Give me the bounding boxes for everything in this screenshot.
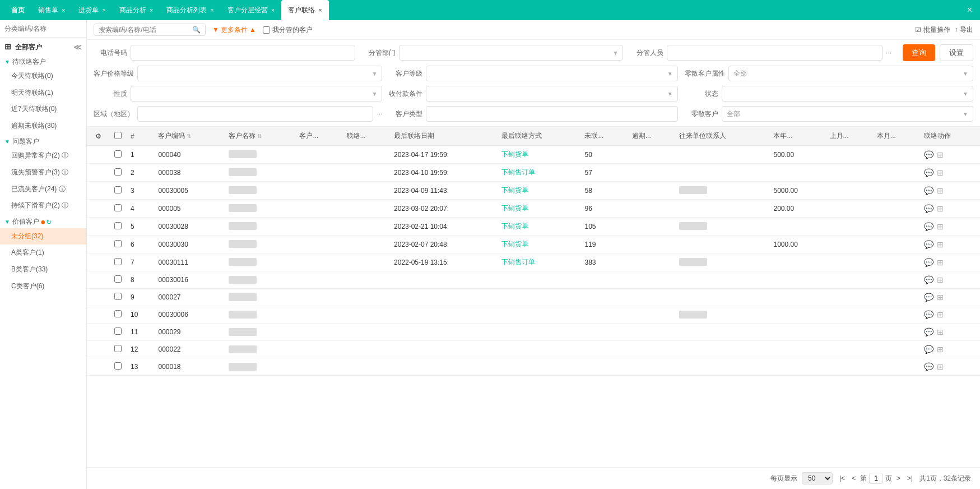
close-all-button[interactable]: × [964, 5, 976, 15]
tab-home[interactable]: 首页 [4, 0, 31, 20]
sidebar-item-ungrouped[interactable]: 未分组(32) [0, 228, 86, 245]
chat-icon[interactable]: 💬 [924, 362, 933, 371]
row-last-method-link[interactable]: 下销货单 [501, 150, 528, 158]
sidebar-item-7days[interactable]: 近7天待联络(0) [0, 101, 86, 118]
area-select[interactable] [137, 106, 373, 122]
grid-action-icon[interactable]: ⊞ [937, 362, 944, 371]
grid-action-icon[interactable]: ⊞ [937, 345, 944, 354]
select-all-checkbox[interactable] [114, 132, 122, 139]
chat-icon[interactable]: 💬 [924, 204, 933, 213]
per-page-select[interactable]: 50 20 100 [802, 472, 833, 485]
grid-action-icon[interactable]: ⊞ [937, 275, 944, 284]
more-conditions-button[interactable]: ▼ 更多条件 ▲ [212, 25, 256, 35]
my-customers-checkbox[interactable] [263, 26, 270, 34]
query-button[interactable]: 查询 [903, 44, 935, 61]
sidebar-all-customers[interactable]: ⊞ 全部客户 ≪ [0, 38, 86, 54]
tab-purchase-order[interactable]: 进货单 × [72, 0, 112, 20]
refresh-dot[interactable]: ● [40, 217, 46, 227]
manager-dots[interactable]: ··· [886, 49, 891, 57]
gender-select[interactable]: ▼ [131, 86, 382, 102]
customer-level-select[interactable]: ▼ [426, 66, 677, 81]
chat-icon[interactable]: 💬 [924, 258, 933, 267]
row-checkbox[interactable] [114, 293, 122, 300]
sidebar-search-input[interactable] [4, 25, 87, 33]
row-last-method-link[interactable]: 下销货单 [501, 204, 528, 212]
chat-icon[interactable]: 💬 [924, 345, 933, 354]
row-checkbox[interactable] [114, 150, 122, 158]
row-last-method-link[interactable]: 下销售订单 [501, 258, 535, 266]
grid-action-icon[interactable]: ⊞ [937, 240, 944, 249]
row-checkbox[interactable] [114, 204, 122, 211]
row-last-method-link[interactable]: 下销货单 [501, 222, 528, 230]
chat-icon[interactable]: 💬 [924, 293, 933, 302]
tab-product-analysis-close[interactable]: × [150, 7, 153, 13]
tab-product-analysis[interactable]: 商品分析 × [113, 0, 160, 20]
chat-icon[interactable]: 💬 [924, 222, 933, 231]
chat-icon[interactable]: 💬 [924, 150, 933, 159]
tab-sales-order-close[interactable]: × [62, 7, 65, 13]
th-check[interactable] [109, 127, 126, 146]
status-select[interactable]: ▼ [722, 86, 973, 102]
payment-select[interactable]: ▼ [426, 86, 677, 102]
sidebar-item-class-c[interactable]: C类客户(6) [0, 278, 86, 295]
tab-product-analysis-list-close[interactable]: × [210, 7, 213, 13]
grid-action-icon[interactable]: ⊞ [937, 150, 944, 159]
grid-action-icon[interactable]: ⊞ [937, 310, 944, 319]
row-checkbox[interactable] [114, 275, 122, 283]
row-checkbox[interactable] [114, 327, 122, 335]
prev-page-button[interactable]: < [849, 473, 858, 483]
th-settings[interactable]: ⚙ [87, 127, 109, 146]
export-button[interactable]: ↑ 导出 [955, 25, 973, 35]
first-page-button[interactable]: |< [837, 473, 847, 483]
sidebar-item-class-a[interactable]: A类客户(1) [0, 245, 86, 261]
row-last-method-link[interactable]: 下销货单 [501, 186, 528, 194]
sidebar-item-today[interactable]: 今天待联络(0) [0, 68, 86, 85]
last-page-button[interactable]: >| [905, 473, 915, 483]
search-submit-icon[interactable]: 🔍 [192, 26, 201, 34]
refresh-icon[interactable]: ↻ [46, 218, 52, 226]
tab-customer-tier[interactable]: 客户分层经营 × [221, 0, 281, 20]
tab-sales-order[interactable]: 销售单 × [31, 0, 72, 20]
chat-icon[interactable]: 💬 [924, 310, 933, 319]
row-checkbox[interactable] [114, 222, 122, 229]
grid-action-icon[interactable]: ⊞ [937, 327, 944, 336]
sidebar-item-overdue[interactable]: 逾期未联络(30) [0, 118, 86, 135]
reset-button[interactable]: 设置 [940, 44, 973, 61]
zero-attr-select[interactable]: 全部 ▼ [728, 66, 973, 81]
grid-action-icon[interactable]: ⊞ [937, 293, 944, 302]
row-checkbox[interactable] [114, 345, 122, 352]
chat-icon[interactable]: 💬 [924, 240, 933, 249]
grid-action-icon[interactable]: ⊞ [937, 258, 944, 267]
area-dots[interactable]: ··· [377, 110, 382, 118]
grid-action-icon[interactable]: ⊞ [937, 168, 944, 177]
tab-customer-contact[interactable]: 客户联络 × [281, 0, 328, 20]
row-checkbox[interactable] [114, 168, 122, 176]
tab-product-analysis-list[interactable]: 商品分析列表 × [160, 0, 220, 20]
tab-customer-contact-close[interactable]: × [318, 7, 322, 13]
zero-customer-select[interactable]: 全部 ▼ [722, 106, 973, 122]
row-last-method-link[interactable]: 下销货单 [501, 240, 528, 248]
tab-customer-tier-close[interactable]: × [271, 7, 275, 13]
settings-gear-icon[interactable]: ⚙ [95, 132, 101, 140]
sidebar-item-repurchase-abnormal[interactable]: 回购异常客户(2) ⓘ [0, 147, 86, 164]
sidebar-item-churned[interactable]: 已流失客户(24) ⓘ [0, 181, 86, 198]
tab-purchase-order-close[interactable]: × [102, 7, 105, 13]
sidebar-item-tomorrow[interactable]: 明天待联络(1) [0, 85, 86, 102]
chat-icon[interactable]: 💬 [924, 327, 933, 336]
collapse-sidebar-icon[interactable]: ≪ [73, 43, 82, 52]
sidebar-item-class-b[interactable]: B类客户(33) [0, 261, 86, 278]
batch-ops-button[interactable]: ☑ 批量操作 [915, 25, 950, 35]
chat-icon[interactable]: 💬 [924, 275, 933, 284]
chat-icon[interactable]: 💬 [924, 168, 933, 177]
row-checkbox[interactable] [114, 362, 122, 370]
phone-input[interactable] [131, 45, 355, 61]
sidebar-item-declining[interactable]: 持续下滑客户(2) ⓘ [0, 197, 86, 214]
dept-select[interactable]: ▼ [399, 45, 624, 61]
manager-select[interactable] [667, 45, 883, 61]
grid-action-icon[interactable]: ⊞ [937, 222, 944, 231]
chat-icon[interactable]: 💬 [924, 186, 933, 195]
row-checkbox[interactable] [114, 240, 122, 247]
page-number[interactable]: 1 [869, 473, 883, 484]
search-input[interactable] [99, 26, 192, 34]
th-code[interactable]: 客户编码 [154, 127, 224, 146]
